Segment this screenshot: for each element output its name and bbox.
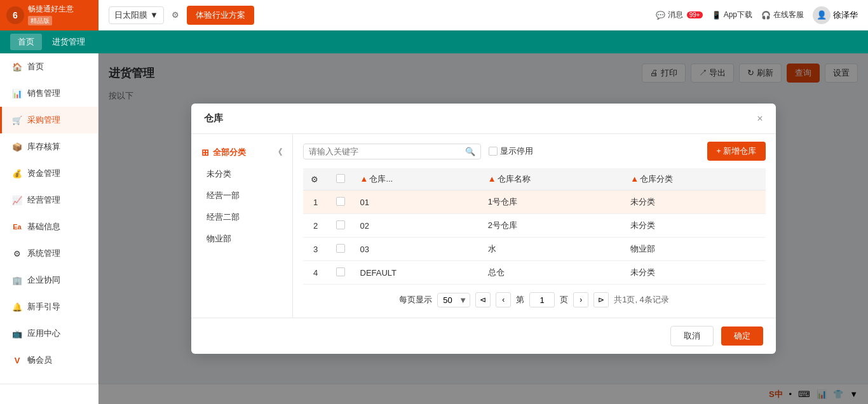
table-row[interactable]: 3 03 水 物业部 [303,238,766,261]
page-number-input[interactable] [529,292,555,307]
search-input[interactable] [309,147,461,156]
cat-item-dept1[interactable]: 经营一部 [191,185,292,206]
guide-icon: 🔔 [12,302,22,312]
table-row[interactable]: 2 02 2号仓库 未分类 [303,214,766,238]
finance-icon: 💰 [12,168,22,178]
nav-app[interactable]: 📱 App下载 [712,10,752,20]
row-num: 2 [303,214,329,238]
table-toolbar: 🔍 显示停用 + 新增仓库 [303,142,766,161]
page-prev-btn[interactable]: ‹ [496,292,511,307]
logo-text: 畅捷通好生意 精品版 [28,4,74,25]
cat-collapse-btn[interactable]: 《 [274,147,282,158]
th-name: ▲仓库名称 [480,168,623,191]
row-num: 4 [303,261,329,285]
sidebar-item-sales[interactable]: 📊 销售管理 [0,80,98,107]
user-info[interactable]: 👤 徐泽华 [813,6,858,24]
table-panel: 🔍 显示停用 + 新增仓库 [293,134,776,318]
th-code: ▲仓库... [353,168,480,191]
cat-all-header[interactable]: ⊞ 全部分类 《 [191,142,292,163]
table-container: ⚙ ▲仓库... ▲仓库名称 ▲仓库分类 [303,168,766,285]
logo-area: 6 畅捷通好生意 精品版 [0,0,98,30]
row-num: 1 [303,191,329,214]
modal-header: 仓库 × [191,104,776,134]
row-name: 水 [480,238,623,261]
row-code: 03 [353,238,480,261]
row-name: 总仓 [480,261,623,285]
settings-icon[interactable]: ⚙ [169,8,182,22]
sub-nav-home[interactable]: 首页 [10,34,42,50]
try-btn[interactable]: 体验行业方案 [187,6,254,25]
sidebar-item-finance[interactable]: 💰 资金管理 [0,160,98,187]
select-all-checkbox[interactable] [336,174,345,183]
page-total: 共1页, 4条记录 [614,294,669,306]
th-check [329,168,353,191]
category-panel: ⊞ 全部分类 《 未分类 经营一部 经营二部 物业部 [191,134,293,318]
main-layout: 🏠 首页 📊 销售管理 🛒 采购管理 📦 库存核算 💰 资金管理 📈 经营管理 … [0,53,868,404]
search-icon[interactable]: 🔍 [465,147,475,156]
cat-grid-icon: ⊞ [201,147,209,158]
page-first-btn[interactable]: ⊲ [475,292,491,307]
page-suffix: 页 [560,294,568,306]
confirm-button[interactable]: 确定 [721,327,763,346]
modal-close-btn[interactable]: × [757,113,763,125]
row-check[interactable] [329,191,353,214]
purchase-icon: 🛒 [12,115,22,125]
nav-service[interactable]: 🎧 在线客服 [761,10,804,20]
cancel-button[interactable]: 取消 [670,326,714,346]
sidebar-item-inventory[interactable]: 📦 库存核算 [0,133,98,160]
th-settings: ⚙ [303,168,329,191]
sidebar-item-apps[interactable]: 📺 应用中心 [0,320,98,347]
modal-footer: 取消 确定 [191,318,776,354]
row-name: 1号仓库 [480,191,623,214]
row-num: 3 [303,238,329,261]
add-warehouse-btn[interactable]: + 新增仓库 [707,142,765,161]
modal-title: 仓库 [204,112,223,125]
sub-nav-purchase[interactable]: 进货管理 [44,34,93,50]
page-label: 第 [516,294,524,306]
row-category: 未分类 [623,214,765,238]
show-disabled-label[interactable]: 显示停用 [489,145,533,157]
sort-name-icon: ▲ [488,174,496,184]
modal-overlay[interactable]: 仓库 × ⊞ 全部分类 《 未分类 经营一部 经营二部 [98,53,868,404]
table-body: 1 01 1号仓库 未分类 2 02 [303,191,766,285]
sidebar-item-enterprise[interactable]: 🏢 企业协同 [0,267,98,293]
row-category: 物业部 [623,238,765,261]
sidebar-item-member[interactable]: V 畅会员 [0,347,98,374]
store-select[interactable]: 日太阳膜 ▼ [109,6,164,24]
row-code: DEFAULT [353,261,480,285]
sales-icon: 📊 [12,88,22,98]
cat-item-dept2[interactable]: 经营二部 [191,206,292,228]
sidebar-item-guide[interactable]: 🔔 新手引导 [0,293,98,320]
pagination-bar: 每页显示 50 10 20 100 ▼ ⊲ [303,285,766,310]
sidebar-item-operation[interactable]: 📈 经营管理 [0,187,98,213]
per-page-label: 每页显示 [399,294,432,306]
page-next-btn[interactable]: › [573,292,588,307]
cat-item-property[interactable]: 物业部 [191,228,292,250]
row-check[interactable] [329,214,353,238]
operation-icon: 📈 [12,195,22,205]
sidebar-item-basic[interactable]: Ea 基础信息 [0,213,98,240]
th-category: ▲仓库分类 [623,168,765,191]
page-size-select[interactable]: 50 10 20 100 [437,293,470,307]
show-disabled-checkbox[interactable] [489,147,498,156]
row-check[interactable] [329,238,353,261]
system-icon: ⚙ [12,248,22,259]
sidebar-item-purchase[interactable]: 🛒 采购管理 [0,107,98,133]
cat-item-unclassified[interactable]: 未分类 [191,163,292,185]
home-icon: 🏠 [12,62,22,72]
sidebar-item-system[interactable]: ⚙ 系统管理 [0,240,98,267]
page-last-btn[interactable]: ⊳ [593,292,609,307]
table-row[interactable]: 1 01 1号仓库 未分类 [303,191,766,214]
inventory-icon: 📦 [12,142,22,152]
member-icon: V [12,355,22,365]
nav-message[interactable]: 💬 消息 99+ [656,10,703,20]
nav-right: 💬 消息 99+ 📱 App下载 🎧 在线客服 👤 徐泽华 [656,6,858,24]
table-row[interactable]: 4 DEFAULT 总仓 未分类 [303,261,766,285]
row-code: 01 [353,191,480,214]
page-size-wrap: 50 10 20 100 ▼ [437,293,470,307]
modal-body: ⊞ 全部分类 《 未分类 经营一部 经营二部 物业部 [191,134,776,318]
sidebar-item-home[interactable]: 🏠 首页 [0,53,98,80]
sub-nav: 首页 进货管理 [0,30,868,53]
sort-code-icon: ▲ [360,174,369,184]
row-check[interactable] [329,261,353,285]
